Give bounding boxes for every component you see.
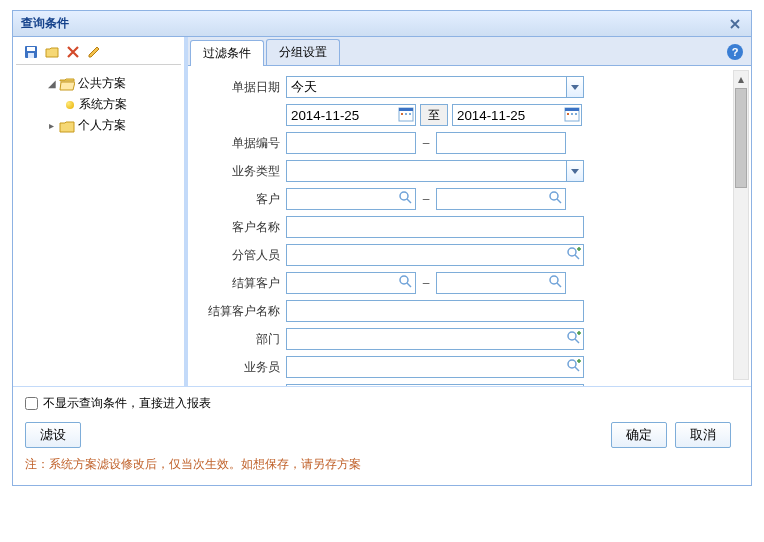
warehouse-field[interactable] — [286, 384, 584, 386]
tree-node-public[interactable]: ◢ 公共方案 — [22, 73, 175, 94]
search-icon[interactable] — [548, 190, 564, 206]
svg-point-14 — [550, 192, 558, 200]
dept-input[interactable] — [286, 328, 584, 350]
settle-customer-to-input[interactable] — [436, 272, 566, 294]
range-dash: – — [416, 136, 436, 150]
row-warehouse: 仓库 — [194, 384, 729, 386]
row-bill-no: 单据编号 – — [194, 132, 729, 154]
delete-button[interactable] — [64, 43, 82, 61]
settle-customer-to[interactable] — [436, 272, 566, 294]
label-customer: 客户 — [194, 191, 286, 208]
biz-type-select[interactable] — [286, 160, 584, 182]
row-dept: 部门 — [194, 328, 729, 350]
svg-rect-12 — [575, 113, 577, 115]
add-icon[interactable] — [566, 358, 582, 374]
date-to[interactable] — [452, 104, 582, 126]
collapse-icon[interactable]: ◢ — [46, 78, 57, 89]
date-from[interactable] — [286, 104, 416, 126]
date-to-input[interactable] — [452, 104, 582, 126]
customer-to[interactable] — [436, 188, 566, 210]
label-salesperson: 业务员 — [194, 359, 286, 376]
salesperson-input[interactable] — [286, 356, 584, 378]
tab-group[interactable]: 分组设置 — [266, 39, 340, 65]
settle-customer-from[interactable] — [286, 272, 416, 294]
dropdown-arrow[interactable] — [566, 161, 583, 181]
svg-point-18 — [568, 332, 576, 340]
svg-rect-10 — [567, 113, 569, 115]
tab-strip: 过滤条件 分组设置 ? — [188, 37, 751, 66]
biz-type-input[interactable] — [286, 160, 584, 182]
ok-button[interactable]: 确定 — [611, 422, 667, 448]
date-from-input[interactable] — [286, 104, 416, 126]
settle-customer-from-input[interactable] — [286, 272, 416, 294]
scrollbar[interactable]: ▴ — [733, 70, 749, 380]
customer-name-input[interactable] — [286, 216, 584, 238]
row-bill-date-preset: 单据日期 — [194, 76, 729, 98]
bill-date-preset-select[interactable] — [286, 76, 584, 98]
scheme-tree: ◢ 公共方案 系统方案 ▸ 个人方案 — [16, 65, 181, 144]
tree-label: 系统方案 — [79, 96, 127, 113]
svg-rect-2 — [28, 53, 34, 58]
button-row: 滤设 确定 取消 — [25, 422, 739, 448]
bill-date-preset-input[interactable] — [286, 76, 584, 98]
tree-toolbar — [16, 40, 181, 65]
bill-no-from[interactable] — [286, 132, 416, 154]
row-settle-customer: 结算客户 – — [194, 272, 729, 294]
edit-button[interactable] — [85, 43, 103, 61]
dropdown-arrow[interactable] — [566, 77, 583, 97]
title-bar: 查询条件 — [13, 11, 751, 37]
search-icon[interactable] — [548, 274, 564, 290]
bill-no-to[interactable] — [436, 132, 566, 154]
warehouse-input[interactable] — [286, 384, 584, 386]
row-biz-type: 业务类型 — [194, 160, 729, 182]
svg-point-16 — [400, 276, 408, 284]
filter-settings-button[interactable]: 滤设 — [25, 422, 81, 448]
footer-note: 注：系统方案滤设修改后，仅当次生效。如想保存，请另存方案 — [25, 456, 739, 473]
tree-label: 公共方案 — [78, 75, 126, 92]
expand-icon[interactable]: ▸ — [46, 120, 57, 131]
scroll-thumb[interactable] — [735, 88, 747, 188]
svg-point-19 — [568, 360, 576, 368]
search-icon[interactable] — [398, 190, 414, 206]
svg-rect-7 — [409, 113, 411, 115]
customer-from[interactable] — [286, 188, 416, 210]
skip-dialog-checkbox[interactable] — [25, 397, 38, 410]
add-icon[interactable] — [566, 330, 582, 346]
manager-input[interactable] — [286, 244, 584, 266]
bill-no-from-input[interactable] — [286, 132, 416, 154]
scroll-up-button[interactable]: ▴ — [734, 71, 748, 87]
bill-no-to-input[interactable] — [436, 132, 566, 154]
tree-node-system[interactable]: 系统方案 — [22, 94, 175, 115]
label-biz-type: 业务类型 — [194, 163, 286, 180]
dialog-footer: 不显示查询条件，直接进入报表 滤设 确定 取消 注：系统方案滤设修改后，仅当次生… — [13, 387, 751, 485]
close-icon — [730, 19, 740, 29]
folder-open-icon — [59, 77, 75, 91]
dept-field[interactable] — [286, 328, 584, 350]
salesperson-field[interactable] — [286, 356, 584, 378]
close-button[interactable] — [727, 16, 743, 32]
save-icon — [24, 45, 38, 59]
add-icon[interactable] — [566, 246, 582, 262]
open-button[interactable] — [43, 43, 61, 61]
row-customer-name: 客户名称 — [194, 216, 729, 238]
range-dash: – — [416, 192, 436, 206]
tree-node-personal[interactable]: ▸ 个人方案 — [22, 115, 175, 136]
settle-customer-name-input[interactable] — [286, 300, 584, 322]
customer-from-input[interactable] — [286, 188, 416, 210]
help-button[interactable]: ? — [727, 44, 743, 60]
calendar-icon[interactable] — [564, 106, 580, 122]
tab-filter[interactable]: 过滤条件 — [190, 40, 264, 66]
dialog-body: ◢ 公共方案 系统方案 ▸ 个人方案 过滤条件 分组设置 ? — [13, 37, 751, 387]
dialog-title: 查询条件 — [21, 15, 69, 32]
svg-rect-11 — [571, 113, 573, 115]
cancel-button[interactable]: 取消 — [675, 422, 731, 448]
customer-to-input[interactable] — [436, 188, 566, 210]
save-button[interactable] — [22, 43, 40, 61]
calendar-icon[interactable] — [398, 106, 414, 122]
label-bill-no: 单据编号 — [194, 135, 286, 152]
row-bill-date-range: 至 — [194, 104, 729, 126]
form-area: 单据日期 至 — [188, 66, 751, 386]
manager-field[interactable] — [286, 244, 584, 266]
search-icon[interactable] — [398, 274, 414, 290]
row-settle-customer-name: 结算客户名称 — [194, 300, 729, 322]
